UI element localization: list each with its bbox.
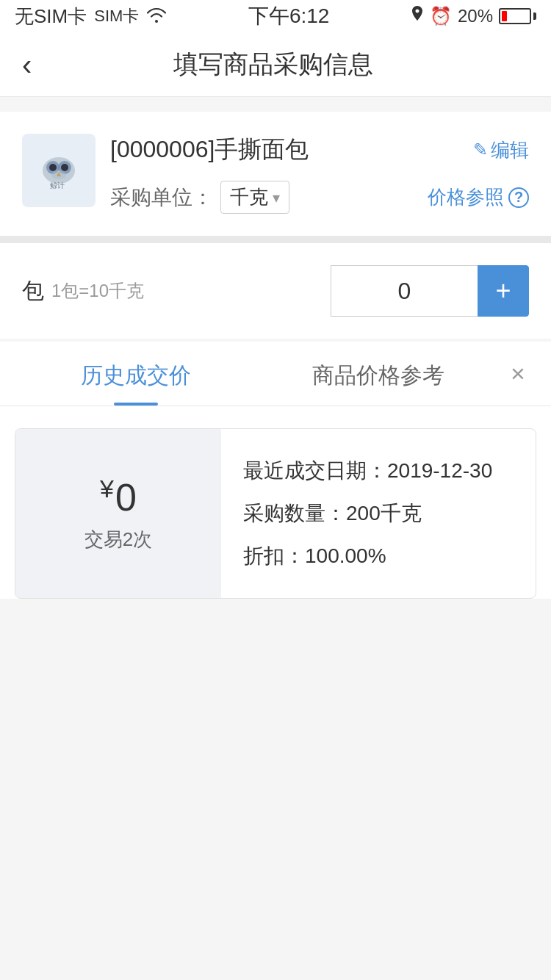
transaction-qty-row: 采购数量：200千克 bbox=[243, 498, 514, 529]
unit-chevron-icon: ▾ bbox=[273, 189, 280, 206]
page-title: 填写商品采购信息 bbox=[46, 48, 500, 82]
transaction-qty-value: 200千克 bbox=[346, 502, 422, 525]
transaction-price-panel: ¥0 交易2次 bbox=[15, 429, 221, 598]
transaction-discount-row: 折扣：100.00% bbox=[243, 541, 514, 572]
product-name: [0000006]手撕面包 bbox=[110, 134, 309, 166]
transaction-count: 交易2次 bbox=[84, 527, 152, 552]
price-value: 0 bbox=[115, 476, 137, 519]
transaction-qty-label: 采购数量： bbox=[243, 502, 346, 525]
bottom-panel: 历史成交价 商品价格参考 × ¥0 交易2次 最近成交日期：2019-12-30… bbox=[0, 342, 551, 599]
location-icon bbox=[411, 6, 424, 26]
svg-point-4 bbox=[61, 164, 68, 171]
battery-text: 20% bbox=[458, 6, 493, 26]
tab-price-ref[interactable]: 商品价格参考 bbox=[257, 342, 500, 406]
edit-label: 编辑 bbox=[491, 137, 529, 163]
battery-icon bbox=[499, 8, 536, 24]
product-thumbnail: 鲸计 bbox=[22, 134, 96, 207]
unit-label: 采购单位： bbox=[110, 184, 213, 212]
unit-value: 千克 bbox=[230, 184, 268, 210]
price-ref-label: 价格参照 bbox=[428, 184, 504, 210]
tab-bar: 历史成交价 商品价格参考 × bbox=[0, 342, 551, 406]
back-button[interactable]: ‹ bbox=[22, 50, 32, 79]
quantity-unit-badge: 包 bbox=[22, 276, 44, 306]
carrier-text: 无SIM卡 bbox=[15, 4, 87, 29]
main-content bbox=[0, 621, 551, 980]
product-logo-icon: 鲸计 bbox=[37, 145, 81, 196]
quantity-row: 包 1包=10千克 + bbox=[0, 243, 551, 339]
edit-button[interactable]: ✎ 编辑 bbox=[473, 137, 529, 163]
tab-history-price[interactable]: 历史成交价 bbox=[15, 342, 257, 406]
wifi-icon bbox=[146, 5, 167, 28]
status-right: ⏰ 20% bbox=[411, 6, 536, 26]
transaction-details: 最近成交日期：2019-12-30 采购数量：200千克 折扣：100.00% bbox=[221, 429, 536, 598]
svg-point-3 bbox=[49, 164, 57, 171]
sim-icon: SIM卡 bbox=[94, 5, 139, 27]
price-currency-symbol: ¥ bbox=[100, 475, 114, 502]
nav-bar: ‹ 填写商品采购信息 bbox=[0, 32, 551, 97]
status-bar: 无SIM卡 SIM卡 下午6:12 ⏰ 20% bbox=[0, 0, 551, 32]
status-time: 下午6:12 bbox=[248, 2, 330, 30]
product-header: [0000006]手撕面包 ✎ 编辑 bbox=[110, 134, 529, 166]
status-left: 无SIM卡 SIM卡 bbox=[15, 4, 167, 29]
svg-text:鲸计: 鲸计 bbox=[50, 181, 65, 190]
edit-icon: ✎ bbox=[473, 140, 488, 160]
transaction-date-value: 2019-12-30 bbox=[387, 459, 492, 482]
product-card: 鲸计 [0000006]手撕面包 ✎ 编辑 采购单位： 千克 ▾ 价格参照 ? bbox=[0, 112, 551, 236]
price-ref-help-icon: ? bbox=[508, 187, 529, 208]
transaction-date-row: 最近成交日期：2019-12-30 bbox=[243, 455, 514, 486]
transaction-price: ¥0 bbox=[100, 475, 137, 519]
unit-select[interactable]: 千克 ▾ bbox=[220, 181, 289, 214]
product-info: [0000006]手撕面包 ✎ 编辑 采购单位： 千克 ▾ 价格参照 ? bbox=[110, 134, 529, 214]
alarm-icon: ⏰ bbox=[430, 6, 452, 26]
quantity-input[interactable] bbox=[331, 265, 478, 317]
tab-close-button[interactable]: × bbox=[500, 356, 536, 392]
transaction-card: ¥0 交易2次 最近成交日期：2019-12-30 采购数量：200千克 折扣：… bbox=[15, 428, 536, 599]
transaction-date-label: 最近成交日期： bbox=[243, 459, 387, 482]
section-divider bbox=[0, 236, 551, 243]
price-ref-button[interactable]: 价格参照 ? bbox=[428, 184, 529, 210]
transaction-discount-value: 100.00% bbox=[305, 544, 386, 567]
quantity-label: 包 1包=10千克 bbox=[22, 276, 144, 306]
product-unit-row: 采购单位： 千克 ▾ 价格参照 ? bbox=[110, 181, 529, 214]
quantity-control: + bbox=[331, 265, 529, 317]
quantity-sub-label: 1包=10千克 bbox=[51, 279, 144, 303]
quantity-plus-button[interactable]: + bbox=[478, 265, 529, 317]
transaction-discount-label: 折扣： bbox=[243, 544, 305, 567]
